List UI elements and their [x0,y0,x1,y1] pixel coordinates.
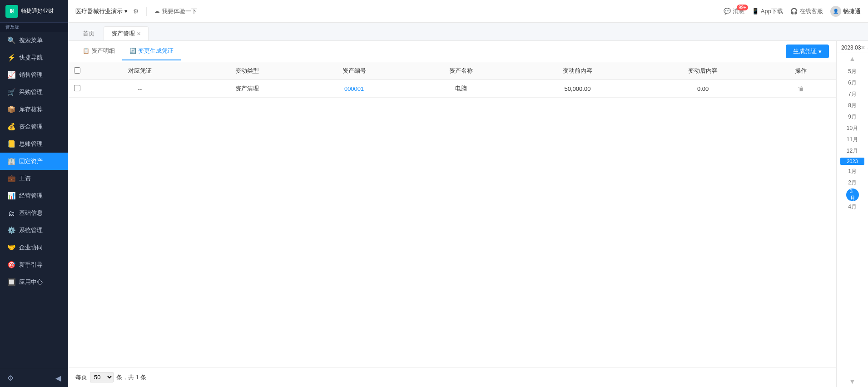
nav-label: 系统管理 [19,226,43,234]
nav-label: 新手引导 [19,261,43,269]
sidebar-item-工资[interactable]: 💼工资 [0,170,68,187]
nav-icon: 📒 [7,140,15,148]
nav-label: 销售管理 [19,71,43,79]
nav-label: 库存核算 [19,105,43,114]
sidebar: 财 畅捷通好业财 普及版 🔍搜索菜单⚡快捷导航📈销售管理🛒采购管理📦库存核算💰资… [0,0,68,387]
sidebar-item-新手引导[interactable]: 🎯新手引导 [0,256,68,273]
nav-icon: 🏢 [7,157,15,165]
col-asset-name: 资产名称 [408,62,515,80]
settings-gear-icon[interactable]: ⚙ [133,8,139,15]
month-5月[interactable]: 5月 [837,66,868,77]
tab-close-icon[interactable]: ✕ [137,31,141,37]
sidebar-item-快捷导航[interactable]: ⚡快捷导航 [0,49,68,66]
inner-tab-label: 资产明细 [91,47,115,55]
col-action: 操作 [766,62,836,80]
col-voucher: 对应凭证 [86,62,193,80]
sidebar-item-销售管理[interactable]: 📈销售管理 [0,66,68,84]
col-before: 变动前内容 [515,62,640,80]
timeline-scroll-up[interactable]: ▲ [837,53,868,64]
month-4月[interactable]: 4月 [837,201,868,213]
app-download-btn[interactable]: 📱 App下载 [752,7,783,15]
nav-icon: 🗂 [7,209,15,217]
tab-资产管理[interactable]: 资产管理✕ [104,26,149,40]
company-dropdown-icon: ▾ [124,8,128,15]
topbar-divider [146,7,147,16]
per-page-select[interactable]: 102050100 [90,372,114,382]
sidebar-item-采购管理[interactable]: 🛒采购管理 [0,84,68,101]
timeline-close-btn[interactable]: ✕ [861,45,865,51]
app-icon: 📱 [752,8,759,15]
delete-icon[interactable]: 🗑 [798,85,804,92]
content-main: 📋资产明细🔄变更生成凭证 生成凭证 ▾ 对应凭证 [68,41,836,387]
nav-label: 经营管理 [19,192,43,200]
sidebar-item-搜索菜单[interactable]: 🔍搜索菜单 [0,32,68,49]
sidebar-item-库存核算[interactable]: 📦库存核算 [0,101,68,118]
sidebar-item-企业协同[interactable]: 🤝企业协同 [0,239,68,256]
sidebar-item-系统管理[interactable]: ⚙️系统管理 [0,222,68,239]
feedback-btn[interactable]: ☁ 我要体验一下 [154,7,197,15]
user-avatar: 👤 [830,6,841,17]
collapse-icon[interactable]: ◀ [55,374,61,382]
tab-首页[interactable]: 首页 [75,27,102,40]
nav-icon: 🎯 [7,261,15,269]
row-action: 🗑 [766,80,836,98]
sidebar-item-固定资产[interactable]: 🏢固定资产 [0,153,68,170]
generate-btn-area: 生成凭证 ▾ [786,41,829,62]
inner-tabs: 📋资产明细🔄变更生成凭证 生成凭证 ▾ [68,41,836,62]
nav-label: 固定资产 [19,157,43,165]
nav-icon: 🔲 [7,278,15,286]
row-checkbox[interactable] [74,85,80,91]
month-11月[interactable]: 11月 [837,134,868,145]
nav-label: 快捷导航 [19,54,43,62]
user-profile[interactable]: 👤 畅捷通 [830,6,861,17]
month-2月[interactable]: 2月 [837,177,868,189]
nav-label: 采购管理 [19,88,43,96]
row-change-type: 资产清理 [193,80,301,98]
customer-service-btn[interactable]: 🎧 在线客服 [790,7,823,15]
nav-icon: 🔍 [7,36,15,45]
service-icon: 🎧 [790,8,798,15]
sidebar-item-应用中心[interactable]: 🔲应用中心 [0,273,68,291]
month-9月[interactable]: 9月 [837,111,868,123]
month-12月[interactable]: 12月 [837,145,868,157]
timeline-header-row: 2023.03 ✕ ⤢ [837,41,868,53]
month-7月[interactable]: 7月 [837,89,868,100]
month-10月[interactable]: 10月 [837,123,868,134]
data-table: 对应凭证 变动类型 资产编号 资产名称 变动前内容 变动后内容 操作 -- 资产… [68,62,836,98]
month-3月[interactable]: 3月 [846,189,859,201]
timeline-controls: ✕ ⤢ [861,45,868,51]
sidebar-item-资金管理[interactable]: 💰资金管理 [0,118,68,135]
topbar-right: 💬 消息 99+ 📱 App下载 🎧 在线客服 👤 畅捷通 [724,6,861,17]
sidebar-item-经营管理[interactable]: 📊经营管理 [0,187,68,204]
select-all-cell [68,62,86,80]
nav-icon: 💰 [7,123,15,131]
year-label-2023: 2023 [840,158,864,165]
timeline-scroll-down[interactable]: ▼ [837,376,868,387]
sidebar-item-基础信息[interactable]: 🗂基础信息 [0,204,68,222]
tab-label: 首页 [83,30,94,38]
message-btn[interactable]: 💬 消息 99+ [724,7,744,15]
row-before: 50,000.00 [515,80,640,98]
inner-tab-资产明细[interactable]: 📋资产明细 [75,42,122,60]
nav-label: 企业协同 [19,243,43,252]
sidebar-item-总账管理[interactable]: 📒总账管理 [0,135,68,153]
tab-label: 资产管理 [111,30,135,38]
inner-tab-变更生成凭证[interactable]: 🔄变更生成凭证 [122,42,181,60]
table-row: -- 资产清理 000001 电脑 50,000.00 0.00 🗑 [68,80,836,98]
message-badge: 99+ [737,5,748,10]
cloud-icon: ☁ [154,8,160,15]
company-selector[interactable]: 医疗器械行业演示 ▾ [75,7,128,15]
table-header-row: 对应凭证 变动类型 资产编号 资产名称 变动前内容 变动后内容 操作 [68,62,836,80]
pagination: 每页 102050100 条，共 1 条 [68,367,836,387]
nav-icon: 🛒 [7,88,15,96]
generate-voucher-button[interactable]: 生成凭证 ▾ [786,45,829,58]
nav-icon: 📦 [7,105,15,114]
settings-icon[interactable]: ⚙ [7,374,14,382]
nav-icon: 📈 [7,71,15,79]
month-6月[interactable]: 6月 [837,77,868,89]
month-8月[interactable]: 8月 [837,100,868,111]
message-icon: 💬 [724,8,731,15]
month-1月[interactable]: 1月 [837,166,868,177]
nav-icon: 📊 [7,192,15,200]
select-all-checkbox[interactable] [74,67,80,74]
